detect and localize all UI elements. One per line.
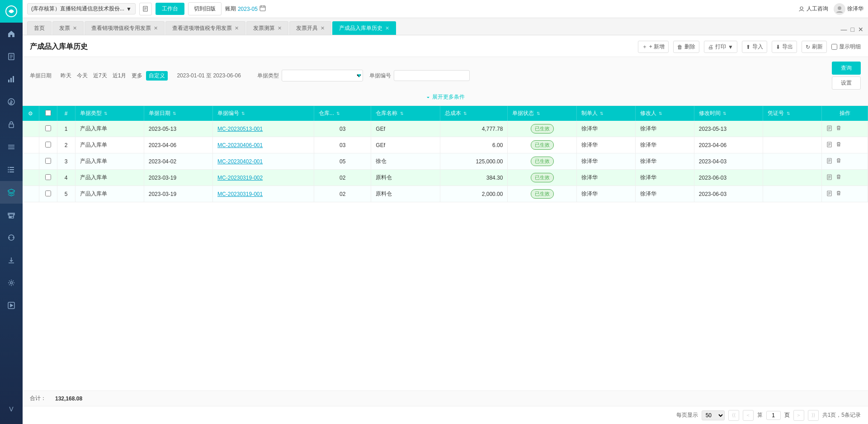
sidebar-item-home[interactable] xyxy=(0,23,23,45)
set-button[interactable]: 设置 xyxy=(832,76,861,90)
sidebar-item-lock[interactable] xyxy=(0,113,23,136)
sidebar-item-analytics[interactable] xyxy=(0,68,23,91)
user-menu[interactable]: 徐泽华 xyxy=(834,3,863,15)
row-checkbox-0[interactable] xyxy=(45,125,51,131)
switch-button[interactable]: 切到旧版 xyxy=(188,2,222,15)
delete-icon-2[interactable] xyxy=(835,157,842,165)
td-number-link-1[interactable]: MC-20230406-001 xyxy=(217,142,263,148)
sidebar-item-version[interactable]: V xyxy=(0,398,23,420)
tab-calc-close[interactable]: ✕ xyxy=(278,25,282,31)
th-number[interactable]: 单据编号 ⇅ xyxy=(213,106,314,121)
td-checkbox-3[interactable] xyxy=(39,170,57,186)
window-close[interactable]: ✕ xyxy=(858,26,863,33)
sidebar-item-finance[interactable] xyxy=(0,91,23,113)
tab-purchase-invoice[interactable]: 查看进项增值税专用发票 ✕ xyxy=(165,21,245,35)
export-button[interactable]: ⬇ 导出 xyxy=(772,41,797,53)
th-checkbox[interactable] xyxy=(39,106,57,121)
ai-assistant-button[interactable]: 人工咨询 xyxy=(798,5,828,13)
td-number-2[interactable]: MC-20230402-001 xyxy=(213,153,314,170)
query-button[interactable]: 查询 xyxy=(832,62,861,75)
sidebar-item-print[interactable] xyxy=(0,204,23,226)
tab-product-history-close[interactable]: ✕ xyxy=(385,25,389,31)
td-number-1[interactable]: MC-20230406-001 xyxy=(213,137,314,153)
edit-icon-0[interactable] xyxy=(826,125,833,133)
per-page-select[interactable]: 50 100 200 xyxy=(702,410,725,420)
tab-product-history[interactable]: 产成品入库单历史 ✕ xyxy=(332,21,396,35)
page-prev-button[interactable]: ＜ xyxy=(743,410,754,421)
date-custom[interactable]: 自定义 xyxy=(146,71,168,81)
tab-sales-invoice-close[interactable]: ✕ xyxy=(154,25,158,31)
page-last-button[interactable]: ⟩⟩ xyxy=(808,410,819,421)
th-creator[interactable]: 制单人 ⇅ xyxy=(576,106,635,121)
calendar-icon[interactable] xyxy=(259,5,266,13)
delete-button[interactable]: 🗑 删除 xyxy=(673,41,699,53)
row-checkbox-4[interactable] xyxy=(45,191,51,196)
td-number-4[interactable]: MC-20230319-001 xyxy=(213,186,314,202)
refresh-button[interactable]: ↻ 刷新 xyxy=(802,41,827,53)
doc-icon-button[interactable] xyxy=(139,3,152,15)
date-7days[interactable]: 近7天 xyxy=(91,71,109,81)
date-yesterday[interactable]: 昨天 xyxy=(59,71,73,81)
tab-purchase-invoice-close[interactable]: ✕ xyxy=(235,25,239,31)
page-number-input[interactable] xyxy=(766,411,781,420)
company-selector[interactable]: (库存核算）直播轻纯通信息技术股份... ▼ xyxy=(27,3,136,14)
tab-open-invoice-close[interactable]: ✕ xyxy=(321,25,325,31)
th-warehouse-code[interactable]: 仓库... ⇅ xyxy=(314,106,371,121)
th-type[interactable]: 单据类型 ⇅ xyxy=(75,106,144,121)
sidebar-item-documents[interactable] xyxy=(0,45,23,68)
import-button[interactable]: ⬆ 导入 xyxy=(742,41,767,53)
th-warehouse-name[interactable]: 仓库名称 ⇅ xyxy=(371,106,440,121)
edit-icon-1[interactable] xyxy=(826,141,833,149)
td-checkbox-4[interactable] xyxy=(39,186,57,202)
th-status[interactable]: 单据状态 ⇅ xyxy=(508,106,576,121)
td-number-link-3[interactable]: MC-20230319-002 xyxy=(217,175,263,181)
delete-icon-1[interactable] xyxy=(835,141,842,149)
number-input[interactable] xyxy=(394,70,470,81)
delete-icon-3[interactable] xyxy=(835,174,842,181)
row-checkbox-1[interactable] xyxy=(45,142,51,148)
delete-icon-0[interactable] xyxy=(835,125,842,133)
date-today[interactable]: 今天 xyxy=(75,71,90,81)
tab-invoice[interactable]: 发票 ✕ xyxy=(52,21,84,35)
window-maximize[interactable]: □ xyxy=(851,26,854,33)
workbench-button[interactable]: 工作台 xyxy=(156,3,184,15)
tab-home[interactable]: 首页 xyxy=(27,21,52,35)
sidebar-item-inventory[interactable] xyxy=(0,181,23,204)
th-settings[interactable]: ⚙ xyxy=(23,106,39,121)
th-modifier[interactable]: 修改人 ⇅ xyxy=(635,106,694,121)
td-checkbox-2[interactable] xyxy=(39,153,57,170)
new-button[interactable]: ＋ + 新增 xyxy=(638,41,669,53)
row-checkbox-2[interactable] xyxy=(45,158,51,164)
td-number-0[interactable]: MC-20230513-001 xyxy=(213,121,314,137)
td-number-link-0[interactable]: MC-20230513-001 xyxy=(217,126,263,132)
sidebar-item-play[interactable] xyxy=(0,294,23,317)
date-more[interactable]: 更多 xyxy=(130,71,144,81)
page-first-button[interactable]: ⟨⟨ xyxy=(728,410,739,421)
tab-open-invoice[interactable]: 发票开具 ✕ xyxy=(289,21,331,35)
display-checkbox[interactable] xyxy=(831,44,837,50)
td-number-link-2[interactable]: MC-20230402-001 xyxy=(217,158,263,165)
app-logo[interactable] xyxy=(0,0,23,23)
sidebar-item-list[interactable] xyxy=(0,158,23,181)
type-select[interactable] xyxy=(282,70,363,81)
td-number-link-4[interactable]: MC-20230319-001 xyxy=(217,191,263,197)
td-number-3[interactable]: MC-20230319-002 xyxy=(213,170,314,186)
print-button[interactable]: 🖨 打印 ▼ xyxy=(704,41,737,53)
edit-icon-3[interactable] xyxy=(826,174,833,181)
sidebar-item-settings[interactable] xyxy=(0,272,23,294)
tab-invoice-close[interactable]: ✕ xyxy=(73,25,77,31)
th-total-cost[interactable]: 总成本 ⇅ xyxy=(440,106,508,121)
window-minimize[interactable]: — xyxy=(841,26,847,33)
date-1month[interactable]: 近1月 xyxy=(111,71,128,81)
page-next-button[interactable]: ＞ xyxy=(793,410,804,421)
td-checkbox-0[interactable] xyxy=(39,121,57,137)
sidebar-item-download[interactable] xyxy=(0,249,23,272)
tab-calc[interactable]: 发票测算 ✕ xyxy=(246,21,288,35)
select-all-checkbox[interactable] xyxy=(45,110,51,116)
tab-sales-invoice[interactable]: 查看销项增值税专用发票 ✕ xyxy=(85,21,165,35)
sidebar-item-sync[interactable] xyxy=(0,226,23,249)
td-checkbox-1[interactable] xyxy=(39,137,57,153)
th-voucher[interactable]: 凭证号 ⇅ xyxy=(763,106,822,121)
expand-button[interactable]: 展开更多条件 xyxy=(30,93,861,101)
edit-icon-2[interactable] xyxy=(826,157,833,165)
